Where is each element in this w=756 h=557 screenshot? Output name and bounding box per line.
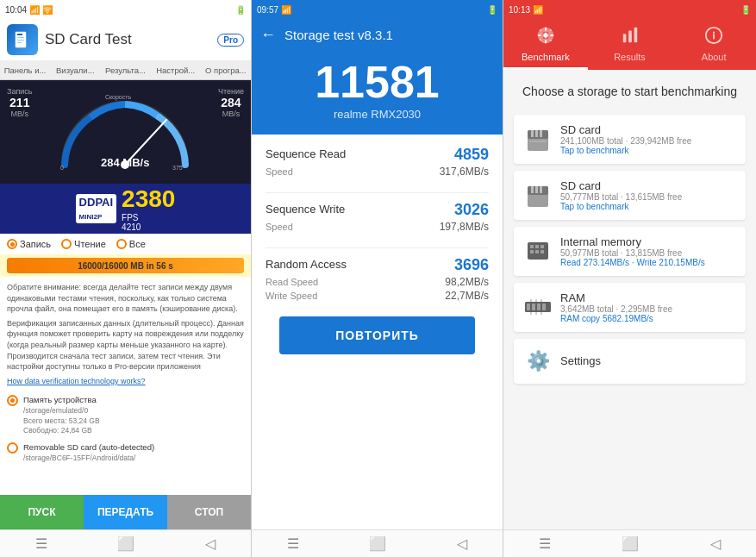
p2-random-read-label: Read Speed [266,277,318,287]
p1-storage1-label: Память устройства [23,394,100,405]
p1-btn-transfer[interactable]: ПЕРЕДАТЬ [84,495,167,529]
svg-rect-23 [531,186,534,193]
p1-storage2-label: Removable SD card (auto-detected) [23,441,154,453]
p3-menu-icon[interactable]: ☰ [539,535,551,552]
p3-sd2-action[interactable]: Tap to benchmark [560,202,735,211]
p1-bottom-buttons: ПУСК ПЕРЕДАТЬ СТОП [0,495,251,529]
p1-radio-all[interactable]: Все [116,239,146,249]
p2-home-icon[interactable]: ⬜ [369,535,386,552]
p3-tab-benchmark-label: Benchmark [522,52,570,62]
svg-rect-32 [540,250,544,253]
p3-nav-bar: ☰ ⬜ ◁ [503,529,756,557]
p3-body: Choose a storage to start benchmarking S… [503,70,756,529]
p1-nav-bar: ☰ ⬜ ◁ [0,529,251,557]
p2-random-write-speed: 22,7MB/s [445,290,489,302]
p1-radio-write[interactable]: Запись [7,239,51,249]
p1-radio-write-label: Запись [20,239,51,249]
p1-tab-visual[interactable]: Визуали... [50,61,100,79]
p1-info-link[interactable]: How data verification technology works? [7,376,244,387]
p2-score-section: 11581 realme RMX2030 [252,51,503,135]
p1-gauge-section: Запись 211 MB/s 0 375 Скорость [0,80,251,184]
p1-battery-icon: 🔋 [235,5,246,15]
svg-point-10 [543,33,548,38]
p2-seq-read-label: Sequence Read [266,147,346,160]
p2-header: ← Storage test v8.3.1 [252,19,503,51]
p1-storage2-option[interactable]: Removable SD card (auto-detected) /stora… [7,439,244,466]
p1-radio-read[interactable]: Чтение [61,239,106,249]
p1-info-section: Обратите внимание: всегда делайте тест з… [0,277,251,495]
p1-menu-icon[interactable]: ☰ [35,535,47,552]
p1-btn-stop[interactable]: СТОП [167,495,251,529]
p1-ad-brand: DDPAI [79,196,113,209]
p3-tab-benchmark[interactable]: Benchmark [503,19,588,70]
p1-home-icon[interactable]: ⬜ [117,535,134,552]
p3-results-icon [621,26,640,49]
p1-radio-read-circle [61,239,72,249]
p3-sd2-card[interactable]: SD card 50,777MB total · 13,615MB free T… [514,171,746,220]
p2-random-group: Random Access 3696 Read Speed 98,2MB/s W… [266,255,489,303]
p2-divider1 [266,192,489,193]
p3-ram-icon [524,295,552,319]
p2-back-button[interactable]: ← [260,26,276,44]
p2-signal-icon: 📶 [281,5,291,15]
p1-storage1-free: Свободно: 24,84 GB [23,426,100,436]
p2-seq-read-group: Sequence Read 4859 Speed 317,6MB/s [266,145,489,178]
p2-back-icon[interactable]: ◁ [457,535,467,552]
p1-tab-panel[interactable]: Панель и... [0,61,50,79]
p3-tab-results[interactable]: Results [588,19,672,70]
panel-storage-test: 09:57 📶 🔋 ← Storage test v8.3.1 11581 re… [252,0,503,557]
p1-storage1-option[interactable]: Память устройства /storage/emulated/0 Вс… [7,391,244,439]
p3-sd1-card[interactable]: SD card 241,100MB total · 239,942MB free… [514,115,746,164]
svg-rect-25 [540,186,542,193]
svg-rect-17 [531,130,534,137]
panel-sdcard-test: 10:04 📶 🛜 🔋 SD Card Test Pro Панель и...… [0,0,252,557]
svg-text:Скорость: Скорость [105,94,132,101]
p1-signal-icon: 📶 [29,5,40,15]
svg-rect-1 [17,34,22,35]
svg-rect-29 [540,245,544,248]
p1-back-icon[interactable]: ◁ [205,535,216,552]
p3-status-bar: 10:13 📶 🔋 [503,0,756,19]
svg-rect-2 [17,37,24,38]
svg-rect-3 [17,40,24,41]
p3-tab-about[interactable]: About [672,19,756,70]
p1-status-right: 🔋 [235,5,246,15]
p2-nav-bar: ☰ ⬜ ◁ [252,529,503,557]
p3-back-icon[interactable]: ◁ [710,535,721,552]
p1-tab-settings[interactable]: Настрой... [151,61,201,79]
svg-text:375: 375 [172,165,183,171]
svg-text:0: 0 [60,165,64,171]
p1-status-bar: 10:04 📶 🛜 🔋 [0,0,251,19]
p1-status-left: 10:04 📶 🛜 [5,5,53,15]
p3-home-icon[interactable]: ⬜ [622,535,639,552]
p2-repeat-btn[interactable]: ПОВТОРИТЬ [279,316,475,354]
p1-tab-results[interactable]: Результа... [100,61,150,79]
p1-app-header: SD Card Test Pro [0,19,251,61]
p1-write-unit: MB/s [11,110,29,118]
p2-divider2 [266,247,489,248]
p1-tab-about[interactable]: О програ... [201,61,251,79]
p2-score: 11581 [315,59,440,104]
p1-storage1-total: Всего места: 53,24 GB [23,416,100,427]
p2-seq-write-speed-label: Speed [266,222,293,232]
svg-rect-27 [530,245,534,248]
p1-ad-banner[interactable]: DDPAI MINI2P 2380 FPS 4210 [0,184,251,234]
p3-battery-icon: 🔋 [740,5,751,15]
p1-btn-run[interactable]: ПУСК [0,495,84,529]
p2-menu-icon[interactable]: ☰ [287,535,299,552]
p3-tab-about-label: About [702,52,727,62]
p3-ram-card[interactable]: RAM 3,642MB total · 2,295MB free RAM cop… [514,283,746,332]
svg-rect-20 [529,141,547,142]
p3-sd1-title: SD card [560,123,735,136]
p3-internal-card[interactable]: Internal memory 50,977MB total · 13,815M… [514,227,746,276]
p3-sd1-action[interactable]: Tap to benchmark [560,146,735,155]
p1-wifi-icon: 🛜 [42,5,53,15]
p3-internal-detail: 50,977MB total · 13,815MB free [560,248,735,258]
p2-seq-read-speed-label: Speed [266,166,293,177]
p3-benchmark-icon [536,26,555,49]
p1-read-col: Чтение 284 MB/s [218,87,244,173]
p1-ad-fps: FPS [122,213,175,222]
p1-radio-all-label: Все [129,239,146,249]
p3-settings-card[interactable]: ⚙️ Settings [514,339,746,384]
p2-status-bar: 09:57 📶 🔋 [252,0,503,19]
